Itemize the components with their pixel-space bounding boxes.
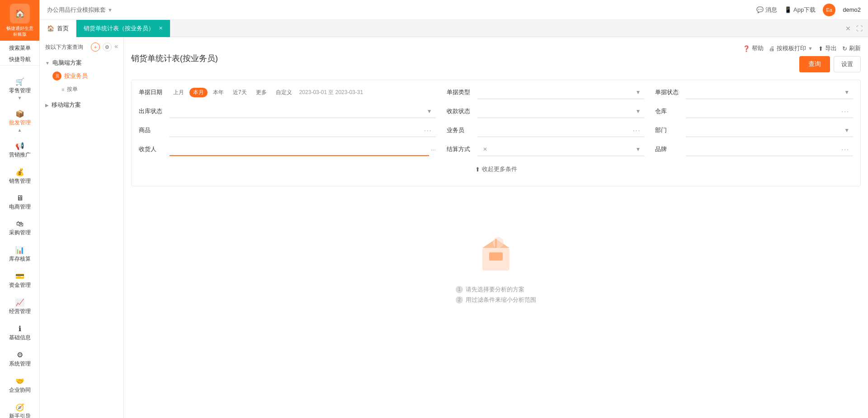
query-button[interactable]: 查询	[799, 56, 830, 72]
topbar-right: 💬 消息 📱 App下载 Ea demo2	[756, 4, 861, 16]
sidebar-item-finance[interactable]: 💳 资金管理	[0, 267, 39, 294]
refresh-button[interactable]: ↻ 刷新	[842, 44, 861, 52]
guide-label: 新手引导	[9, 413, 31, 418]
desktop-plan-header[interactable]: ▼ 电脑端方案	[40, 57, 123, 69]
retail-label: 零售管理	[9, 87, 31, 95]
plan-subitem-order[interactable]: ≡ 按单	[40, 83, 123, 95]
mobile-plan-group: ▶ 移动端方案	[40, 97, 123, 113]
product-select[interactable]: ···	[170, 124, 436, 137]
sales-icon: 💰	[15, 168, 24, 176]
sidebar-item-system[interactable]: ⚙ 系统管理	[0, 346, 39, 372]
sidebar-item-operations[interactable]: 📈 经营管理	[0, 294, 39, 320]
receiver-input[interactable]	[170, 142, 429, 156]
doc-status-select[interactable]: ▼	[686, 86, 853, 99]
out-status-select[interactable]: ▼	[170, 104, 436, 118]
collapse-panel-button[interactable]: «	[114, 43, 118, 52]
desktop-plan-label: 电脑端方案	[52, 59, 82, 67]
help-button[interactable]: ❓ 帮助	[743, 44, 764, 52]
doc-type-label: 单据类型	[447, 88, 474, 96]
plan-item-salesperson[interactable]: 员 按业务员	[40, 69, 123, 83]
filter-section: 单据日期 上月 本月 本年 近7天 更多 自定义 2023-03-01 至 20…	[131, 80, 861, 186]
product-dots-icon[interactable]: ···	[424, 127, 432, 134]
wholesale-arrow: ▲	[18, 128, 22, 133]
message-label: 消息	[765, 6, 777, 14]
date-tab-this-month[interactable]: 本月	[189, 88, 208, 97]
topbar-left: 办公用品行业模拟账套 ▼	[47, 6, 113, 14]
user-name: demo2	[843, 6, 861, 13]
date-tab-7days[interactable]: 近7天	[229, 88, 250, 97]
sidebar-item-purchase[interactable]: 🛍 采购管理	[0, 215, 39, 241]
warehouse-filter: 仓库 ···	[655, 104, 853, 118]
salesperson-plan-label: 按业务员	[64, 72, 88, 80]
salesperson-filter-label: 业务员	[447, 126, 474, 134]
receipt-status-select[interactable]: ▼	[477, 104, 645, 118]
retail-arrow: ▼	[18, 95, 22, 100]
settlement-select[interactable]: ✕ ▼	[477, 142, 645, 156]
collapse-button[interactable]: ⬆ 收起更多条件	[470, 163, 523, 175]
message-button[interactable]: 💬 消息	[756, 6, 777, 14]
settings-button[interactable]: 设置	[834, 56, 861, 72]
maximize-window-icon[interactable]: ⛶	[856, 25, 863, 32]
sidebar-item-sales[interactable]: 💰 销售管理	[0, 163, 39, 190]
doc-status-filter: 单据状态 ▼	[655, 86, 853, 99]
sidebar-item-guide[interactable]: 🧭 新手引导	[0, 399, 39, 418]
date-tab-last-month[interactable]: 上月	[170, 88, 188, 97]
print-button[interactable]: 🖨 按模板打印 ▼	[769, 44, 813, 52]
warehouse-select[interactable]: ···	[686, 104, 853, 118]
export-button[interactable]: ⬆ 导出	[818, 44, 837, 52]
sidebar-item-basic[interactable]: ℹ 基础信息	[0, 320, 39, 346]
sidebar-quick-nav[interactable]: 快捷导航	[0, 54, 39, 66]
tab-sales-report[interactable]: 销货单统计表（按业务员） ✕	[76, 20, 170, 37]
settlement-clear-button[interactable]: ✕	[481, 146, 489, 152]
sidebar: 🏠 畅捷通好生意 标账版 搜索菜单 快捷导航 🛒 零售管理 ▼ 📦 批发管理 ▲…	[0, 0, 40, 418]
out-status-label: 出库状态	[139, 107, 166, 115]
sidebar-item-ecommerce[interactable]: 🖥 电商管理	[0, 190, 39, 215]
date-tab-this-year[interactable]: 本年	[209, 88, 227, 97]
dropdown-arrow-icon: ▼	[108, 7, 113, 13]
doc-type-select[interactable]: ▼	[477, 86, 645, 99]
filter-row-1: 单据日期 上月 本月 本年 近7天 更多 自定义 2023-03-01 至 20…	[139, 86, 853, 99]
warehouse-dots-icon[interactable]: ···	[841, 108, 849, 115]
left-panel: 按以下方案查询 + ⚙ « ▼ 电脑端方案 员 按业务员 ≡ 按单	[40, 37, 124, 418]
receipt-status-filter: 收款状态 ▼	[447, 104, 645, 118]
date-tab-more[interactable]: 更多	[252, 88, 270, 97]
page-title: 销货单统计表(按业务员)	[131, 53, 218, 64]
retail-icon: 🛒	[15, 77, 24, 86]
brand-dots-icon[interactable]: ···	[841, 146, 849, 153]
close-window-icon[interactable]: ✕	[845, 25, 851, 32]
sidebar-item-wholesale[interactable]: 📦 批发管理 ▲	[0, 105, 39, 137]
user-avatar[interactable]: Ea	[823, 4, 835, 16]
receiver-dots-icon[interactable]: ···	[431, 146, 436, 153]
settings-plan-button[interactable]: ⚙	[103, 43, 112, 52]
receiver-filter: 收货人 ···	[139, 142, 436, 156]
empty-svg	[473, 230, 519, 275]
tab-home-label: 首页	[57, 24, 69, 33]
sidebar-item-inventory[interactable]: 📊 库存核算	[0, 241, 39, 267]
operations-label: 经营管理	[9, 308, 31, 315]
add-plan-button[interactable]: +	[91, 43, 100, 52]
account-dropdown[interactable]: 办公用品行业模拟账套 ▼	[47, 6, 113, 14]
brand-select[interactable]: ···	[686, 142, 853, 156]
sidebar-item-corp[interactable]: 🤝 企业协同	[0, 372, 39, 399]
mobile-plan-header[interactable]: ▶ 移动端方案	[40, 99, 123, 111]
salesperson-dots-icon[interactable]: ···	[633, 127, 641, 134]
tab-close-icon[interactable]: ✕	[159, 25, 163, 31]
filter-row-2: 出库状态 ▼ 收款状态 ▼	[139, 104, 853, 118]
salesperson-select[interactable]: ···	[477, 124, 645, 137]
desktop-plan-arrow: ▼	[45, 61, 50, 66]
svg-point-3	[493, 237, 504, 248]
finance-label: 资金管理	[9, 281, 31, 289]
purchase-label: 采购管理	[9, 229, 31, 237]
department-select[interactable]: ▼	[686, 124, 853, 137]
sidebar-search[interactable]: 搜索菜单	[0, 41, 39, 54]
date-tab-custom[interactable]: 自定义	[272, 88, 296, 97]
system-label: 系统管理	[9, 360, 31, 368]
main-area: 办公用品行业模拟账套 ▼ 💬 消息 📱 App下载 Ea demo2 🏠 首页	[40, 0, 868, 418]
sidebar-item-retail[interactable]: 🛒 零售管理 ▼	[0, 73, 39, 105]
app-download-button[interactable]: 📱 App下载	[784, 6, 816, 14]
panel-header-label: 按以下方案查询	[45, 43, 83, 51]
sidebar-item-marketing[interactable]: 📢 营销推广	[0, 137, 39, 163]
tab-home[interactable]: 🏠 首页	[40, 20, 76, 37]
doc-status-arrow-icon: ▼	[844, 89, 849, 95]
download-icon: 📱	[784, 6, 792, 13]
